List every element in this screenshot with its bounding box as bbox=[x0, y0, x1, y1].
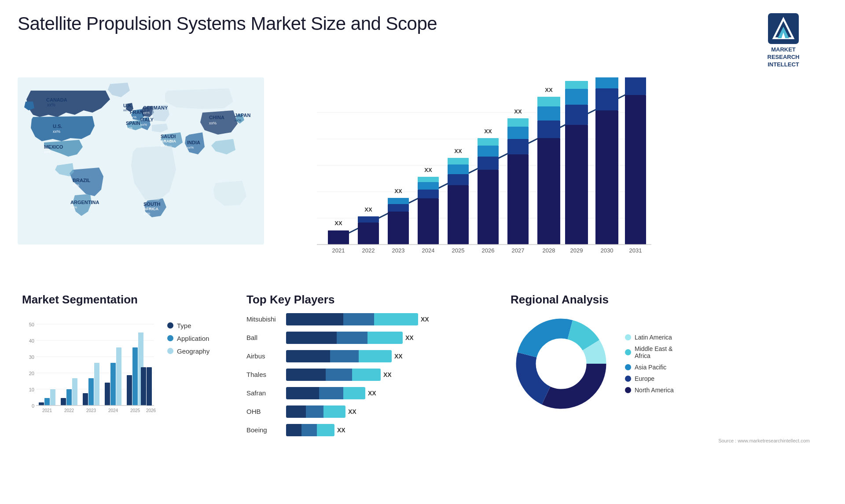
logo-icon bbox=[768, 13, 799, 44]
player-value-ohb: XX bbox=[348, 408, 356, 415]
saudi-label2: ARABIA bbox=[161, 139, 176, 143]
svg-text:30: 30 bbox=[29, 354, 34, 360]
seg-legend-application: Application bbox=[167, 335, 209, 342]
svg-rect-37 bbox=[537, 106, 560, 121]
svg-rect-26 bbox=[448, 158, 469, 164]
donut-container: Latin America Middle East &Africa Asia P… bbox=[511, 313, 819, 414]
india-value: xx% bbox=[187, 146, 194, 150]
southafrica-value: xx% bbox=[143, 212, 150, 215]
legend-asia-pacific-label: Asia Pacific bbox=[635, 364, 666, 371]
svg-rect-70 bbox=[72, 378, 77, 405]
svg-rect-77 bbox=[110, 363, 116, 405]
china-label: CHINA bbox=[209, 115, 224, 120]
bar-year-2029: 2029 bbox=[570, 247, 583, 254]
svg-rect-40 bbox=[565, 105, 588, 125]
segmentation-title: Market Segmentation bbox=[22, 293, 224, 307]
uk-value: xx% bbox=[123, 108, 130, 112]
donut-svg bbox=[511, 313, 612, 414]
svg-rect-69 bbox=[66, 389, 72, 405]
svg-rect-81 bbox=[132, 347, 138, 405]
svg-rect-35 bbox=[537, 138, 560, 245]
seg-legend-geography: Geography bbox=[167, 347, 209, 355]
svg-rect-22 bbox=[418, 177, 439, 182]
svg-rect-84 bbox=[141, 367, 146, 405]
seg-chart-container: 0 10 20 30 40 50 bbox=[22, 313, 224, 414]
svg-rect-20 bbox=[418, 190, 439, 198]
saudi-label: SAUDI bbox=[161, 134, 176, 139]
svg-text:2021: 2021 bbox=[42, 408, 52, 413]
application-dot bbox=[167, 335, 173, 341]
legend-europe-label: Europe bbox=[635, 375, 654, 382]
middle-east-dot bbox=[625, 349, 631, 355]
svg-rect-74 bbox=[94, 363, 99, 405]
bar-chart-section: XX 2021 XX 2022 XX 2023 XX 2024 bbox=[273, 73, 827, 284]
geography-dot bbox=[167, 348, 173, 354]
svg-rect-73 bbox=[88, 378, 94, 405]
svg-rect-18 bbox=[388, 198, 409, 204]
svg-rect-14 bbox=[358, 223, 379, 245]
svg-rect-25 bbox=[448, 164, 469, 174]
bar-chart-svg: XX 2021 XX 2022 XX 2023 XX 2024 bbox=[290, 77, 651, 267]
player-row-ball: Ball XX bbox=[246, 332, 484, 344]
seg-legend-geography-label: Geography bbox=[177, 347, 209, 355]
bar-label-2021: XX bbox=[334, 220, 342, 226]
germany-label: GERMANY bbox=[143, 105, 168, 110]
bar-label-2022: XX bbox=[364, 206, 372, 213]
svg-text:0: 0 bbox=[32, 403, 34, 409]
svg-rect-33 bbox=[507, 127, 529, 139]
world-map-svg: CANADA xx% U.S. xx% MEXICO xx% BRAZIL xx… bbox=[18, 77, 264, 245]
player-name-ball: Ball bbox=[246, 334, 282, 341]
map-section: CANADA xx% U.S. xx% MEXICO xx% BRAZIL xx… bbox=[18, 73, 273, 284]
us-label: U.S. bbox=[53, 124, 62, 129]
player-name-boeing: Boeing bbox=[246, 426, 282, 434]
canada-value: xx% bbox=[47, 102, 55, 107]
bar-year-2028: 2028 bbox=[543, 247, 555, 254]
svg-text:20: 20 bbox=[29, 371, 34, 376]
canada-label: CANADA bbox=[46, 97, 67, 102]
svg-rect-39 bbox=[565, 125, 588, 245]
svg-rect-13 bbox=[328, 230, 349, 245]
bottom-grid: Market Segmentation 0 10 20 30 40 50 bbox=[18, 284, 827, 451]
player-bar-mitsubishi: XX bbox=[286, 313, 484, 325]
svg-text:2026: 2026 bbox=[146, 408, 156, 413]
legend-europe: Europe bbox=[625, 375, 674, 382]
svg-rect-28 bbox=[478, 157, 499, 170]
player-value-boeing: XX bbox=[337, 427, 345, 434]
france-value: xx% bbox=[130, 115, 136, 119]
mexico-label: MEXICO bbox=[44, 144, 63, 150]
italy-label: ITALY bbox=[140, 117, 154, 122]
svg-rect-36 bbox=[537, 121, 560, 138]
player-name-safran: Safran bbox=[246, 389, 282, 397]
player-value-ball: XX bbox=[405, 334, 414, 341]
regional-legend: Latin America Middle East &Africa Asia P… bbox=[625, 334, 674, 394]
japan-label: JAPAN bbox=[235, 113, 251, 118]
svg-rect-72 bbox=[83, 393, 88, 405]
legend-asia-pacific: Asia Pacific bbox=[625, 364, 674, 371]
svg-rect-38 bbox=[537, 97, 560, 106]
logo-text: MARKET RESEARCH INTELLECT bbox=[768, 46, 800, 69]
main-grid: CANADA xx% U.S. xx% MEXICO xx% BRAZIL xx… bbox=[0, 73, 845, 451]
svg-rect-17 bbox=[388, 204, 409, 212]
player-bar-boeing: XX bbox=[286, 424, 484, 436]
player-row-ohb: OHB XX bbox=[246, 405, 484, 418]
bar-label-2023: XX bbox=[394, 188, 402, 194]
svg-rect-45 bbox=[595, 77, 618, 88]
bar-year-2021: 2021 bbox=[332, 247, 345, 254]
bar-label-2027: XX bbox=[514, 108, 522, 115]
player-row-thales: Thales XX bbox=[246, 369, 484, 381]
player-value-airbus: XX bbox=[394, 353, 403, 360]
player-row-safran: Safran XX bbox=[246, 387, 484, 399]
svg-rect-43 bbox=[595, 110, 618, 245]
players-title: Top Key Players bbox=[246, 293, 484, 307]
player-name-mitsubishi: Mitsubishi bbox=[246, 315, 282, 323]
seg-legend: Type Application Geography bbox=[167, 322, 209, 355]
legend-latin-america-label: Latin America bbox=[635, 334, 672, 341]
regional-title: Regional Analysis bbox=[511, 293, 819, 307]
italy-value: xx% bbox=[140, 123, 147, 127]
player-name-thales: Thales bbox=[246, 371, 282, 378]
germany-value: xx% bbox=[143, 111, 150, 115]
svg-rect-68 bbox=[61, 398, 66, 405]
player-name-airbus: Airbus bbox=[246, 352, 282, 360]
svg-rect-78 bbox=[116, 347, 121, 405]
svg-rect-64 bbox=[39, 402, 44, 405]
